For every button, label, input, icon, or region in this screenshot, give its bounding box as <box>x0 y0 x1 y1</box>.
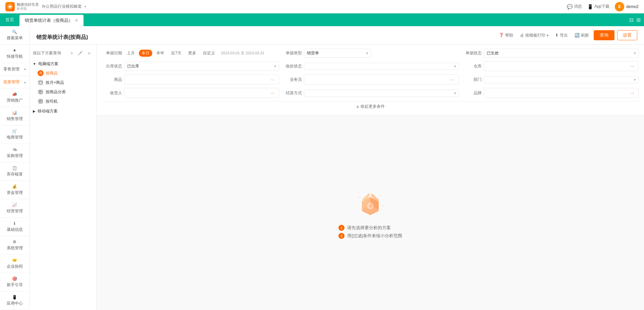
breadcrumb-arrow[interactable]: ▾ <box>85 5 86 8</box>
add-scheme-button[interactable]: + <box>68 49 75 57</box>
scheme-group-mobile-header[interactable]: ▶ 移动端方案 <box>30 107 96 116</box>
user-area[interactable]: E demo2 <box>615 2 639 11</box>
filter-row-4: 收货人 ··· 结算方式 ▾ <box>102 88 639 98</box>
left-panel-header: 按以下方案查询 + « <box>30 47 96 59</box>
collapse-panel-button[interactable]: « <box>86 49 93 57</box>
date-tab-this-month[interactable]: 本月 <box>139 50 152 57</box>
warehouse-status-select[interactable]: 已出库 ▾ <box>124 62 279 71</box>
tip-num-2: 2 <box>338 233 344 239</box>
date-tab-custom[interactable]: 自定义 <box>200 50 218 57</box>
scheme-group-mobile-arrow-icon: ▶ <box>33 109 36 113</box>
tab-expand-icon[interactable]: ⊞ <box>636 17 641 23</box>
empty-tip-2: 2 用[过滤]条件来缩小分析范围 <box>338 233 402 239</box>
refresh-button[interactable]: 🔄 刷新 <box>573 31 591 40</box>
product-input[interactable]: ··· <box>124 74 279 85</box>
sidebar-item-search[interactable]: 🔍 搜索菜单 <box>0 26 29 45</box>
filter-warehouse: 仓库 ··· <box>462 61 639 71</box>
filter-product: 商品 ··· <box>102 74 279 85</box>
scheme-group-mobile: ▶ 移动端方案 <box>30 107 96 116</box>
scheme-group-pc-header[interactable]: ▼ 电脑端方案 <box>30 59 96 68</box>
appcenter-icon: 📱 <box>12 295 17 300</box>
filter-doc-status: 单据状态 已生效 ▾ <box>462 49 639 58</box>
user-name: demo2 <box>626 4 639 9</box>
department-select[interactable]: ▾ <box>484 76 639 83</box>
sidebar-item-ecommerce[interactable]: 🛒 电商管理 <box>0 125 29 144</box>
tab-home[interactable]: 首页 <box>0 13 19 26</box>
content-inner: 按以下方案查询 + « ▼ 电脑端方案 <box>30 45 644 310</box>
tab-report[interactable]: 销货单统计表（按商品） ✕ <box>19 15 84 26</box>
edit-scheme-button[interactable] <box>77 49 84 57</box>
sidebar-item-newguide[interactable]: 🎯 新手引导 <box>0 273 29 292</box>
print-icon: 🖨 <box>520 33 524 38</box>
warehouse-label: 仓库 <box>462 63 482 69</box>
top-bar: 畅捷信好生意 标准版 办公用品行业模拟账套 ▾ 💬 消息 📱 App下载 E d… <box>0 0 644 13</box>
scheme-item-by-machine[interactable]: 按司机 <box>30 97 96 106</box>
settings-button[interactable]: 设置 <box>617 30 637 40</box>
scheme-icon-product: 商 <box>38 70 44 76</box>
filter-payment-status: 收款状态 ▾ <box>282 61 459 71</box>
sidebar-item-marketing[interactable]: 📣 营销推广 <box>0 89 29 107</box>
settlement-arrow-icon: ▾ <box>454 91 456 95</box>
search-icon: 🔍 <box>12 30 17 34</box>
salesperson-dots-icon[interactable]: ··· <box>449 77 456 82</box>
page-title: 销货单统计表(按商品) <box>36 34 88 41</box>
date-tab-this-year[interactable]: 本年 <box>154 50 167 57</box>
doc-status-select[interactable]: 已生效 ▾ <box>484 49 639 58</box>
department-label: 部门 <box>462 77 482 83</box>
tab-close-icon[interactable]: ✕ <box>75 18 78 23</box>
department-arrow-icon: ▾ <box>634 78 636 82</box>
template-print-button[interactable]: 🖨 按模板打印 ▾ <box>518 31 550 40</box>
brand-input[interactable]: ··· <box>484 88 639 98</box>
right-panel: 单据日期 上月 本月 本年 近7天 更多 自定义 2023-03-01 至 20… <box>97 45 644 310</box>
export-button[interactable]: ⬆ 导出 <box>553 31 570 40</box>
date-tab-7days[interactable]: 近7天 <box>168 50 184 57</box>
recipient-input[interactable]: ··· <box>124 88 279 98</box>
doc-type-select[interactable]: 销货单 ▾ <box>304 49 371 58</box>
brand-dots-icon[interactable]: ··· <box>629 90 636 96</box>
scheme-item-by-month-product[interactable]: 按月+商品 <box>30 78 96 87</box>
help-icon: ❓ <box>499 33 504 38</box>
warehouse-dots-icon[interactable]: ··· <box>629 63 636 69</box>
breadcrumb[interactable]: 办公用品行业模拟账套 <box>42 4 82 9</box>
help-button[interactable]: ❓ 帮助 <box>497 31 515 40</box>
sidebar-item-operations[interactable]: 📈 经营管理 <box>0 199 29 218</box>
sidebar-item-inventory[interactable]: 📋 库存核算 <box>0 162 29 181</box>
sidebar-item-enterprise[interactable]: 🤝 企业协同 <box>0 255 29 273</box>
payment-status-select[interactable]: ▾ <box>304 63 459 70</box>
tab-minimize-icon[interactable]: ⊟ <box>629 17 634 23</box>
scheme-item-by-product[interactable]: 商 按商品 <box>30 68 96 78</box>
settlement-select[interactable]: ▾ <box>304 90 459 97</box>
logo-icon <box>5 2 15 11</box>
page-header: 销货单统计表(按商品) ❓ 帮助 🖨 按模板打印 ▾ ⬆ 导出 🔄 刷新 <box>30 26 644 45</box>
sidebar-item-sales[interactable]: 📊 销售管理 <box>0 107 29 125</box>
warehouse-input[interactable]: ··· <box>484 61 639 71</box>
chevron-down-icon: ▾ <box>24 67 26 71</box>
sidebar-item-finance[interactable]: 💰 资金管理 <box>0 181 29 199</box>
tab-bar-actions: ⊟ ⊞ <box>629 17 644 23</box>
collapse-bar[interactable]: ∧ 收起更多条件 <box>102 101 639 111</box>
basic-icon: ℹ <box>14 221 15 226</box>
sidebar-item-purchase[interactable]: 🛍 采购管理 <box>0 144 29 162</box>
sidebar-item-retail[interactable]: 零售管理 ▾ <box>0 63 29 76</box>
scheme-item-by-category[interactable]: 按商品分类 <box>30 87 96 97</box>
salesperson-label: 业务员 <box>282 77 302 83</box>
sidebar-item-shortcuts[interactable]: ★ 快捷导航 <box>0 45 29 63</box>
scheme-group-pc: ▼ 电脑端方案 商 按商品 按月+商品 <box>30 59 96 106</box>
sidebar-item-wholesale[interactable]: 批发管理 ▴ <box>0 76 29 89</box>
product-dots-icon[interactable]: ··· <box>269 77 276 82</box>
salesperson-input[interactable]: ··· <box>304 74 459 85</box>
query-button[interactable]: 查询 <box>594 30 614 40</box>
recipient-dots-icon[interactable]: ··· <box>269 90 276 96</box>
empty-state: ? ✦ ✦ ✦ ✦ 1 请先选择要分析的方案 <box>338 187 402 239</box>
app-download-action[interactable]: 📱 App下载 <box>587 4 609 9</box>
sidebar-item-appcenter[interactable]: 📱 应用中心 <box>0 292 29 310</box>
sidebar-item-basic[interactable]: ℹ 基础信息 <box>0 218 29 236</box>
svg-text:✦: ✦ <box>381 204 383 206</box>
sidebar-item-system[interactable]: ⚙ 系统管理 <box>0 236 29 255</box>
date-tab-more[interactable]: 更多 <box>185 50 199 57</box>
doc-status-value: 已生效 <box>487 50 633 56</box>
content-area: 销货单统计表(按商品) ❓ 帮助 🖨 按模板打印 ▾ ⬆ 导出 🔄 刷新 <box>30 26 644 310</box>
date-tab-last-month[interactable]: 上月 <box>124 50 138 57</box>
message-action[interactable]: 💬 消息 <box>567 4 582 9</box>
print-arrow-icon: ▾ <box>547 34 548 37</box>
